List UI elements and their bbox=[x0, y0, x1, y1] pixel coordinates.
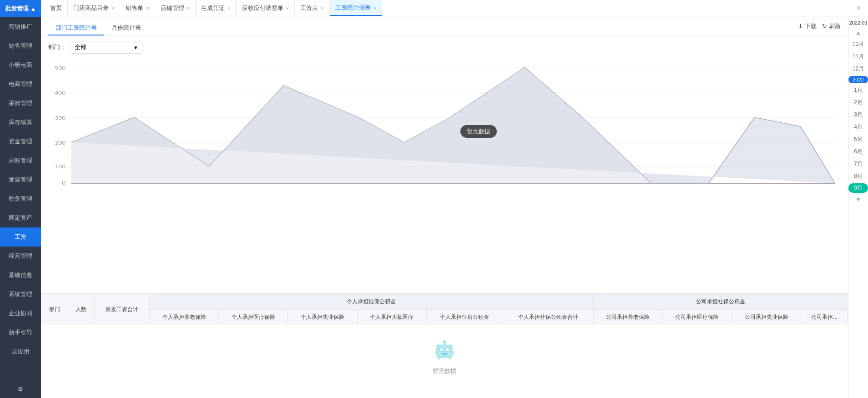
empty-robot-icon bbox=[429, 339, 460, 363]
tab-adjustment[interactable]: 应收应付调整单 × bbox=[237, 0, 295, 16]
th-personal-large-medical: 个人承担大额医疗 bbox=[357, 310, 426, 325]
timeline-may[interactable]: 5月 bbox=[848, 133, 868, 146]
tabs-bar: 首页 门店商品目录 × 销售单 × 店铺管理 × 生成凭证 × 应收应付调整单 … bbox=[41, 0, 868, 16]
sidebar: 批发管理 ▲ 营销推广 销售管理 小畅电商 电商管理 采购管理 库存核算 资金管… bbox=[0, 0, 41, 398]
tab-sales[interactable]: 销售单 × bbox=[120, 0, 155, 16]
tab-close-sales[interactable]: × bbox=[146, 5, 149, 11]
sidebar-item-sales[interactable]: 销售管理 bbox=[0, 36, 41, 55]
chart-container: 500 400 300 200 100 0 bbox=[41, 59, 848, 293]
svg-rect-14 bbox=[445, 348, 449, 351]
sidebar-settings[interactable]: ⚙ bbox=[0, 380, 41, 398]
svg-text:0: 0 bbox=[62, 180, 66, 186]
timeline-mar[interactable]: 3月 bbox=[848, 109, 868, 121]
sidebar-item-system[interactable]: 系统管理 bbox=[0, 285, 41, 304]
department-select[interactable]: 全部 ▾ bbox=[70, 41, 142, 54]
timeline-dec[interactable]: 12月 bbox=[848, 63, 868, 75]
department-select-value: 全部 bbox=[75, 43, 86, 51]
tab-payroll[interactable]: 工资表 × bbox=[295, 0, 329, 16]
timeline-jun[interactable]: 6月 bbox=[848, 146, 868, 158]
timeline-apr[interactable]: 4月 bbox=[848, 121, 868, 133]
sidebar-item-ecommerce-small[interactable]: 小畅电商 bbox=[0, 55, 41, 75]
page-body: 部门工资统计表 月份统计表 ⬇ 下载 ↻ 刷新 bbox=[41, 16, 848, 398]
tab-close-shop[interactable]: × bbox=[187, 5, 190, 11]
sidebar-item-purchase[interactable]: 采购管理 bbox=[0, 94, 41, 113]
tab-shop[interactable]: 店铺管理 × bbox=[155, 0, 196, 16]
main-area: 首页 门店商品目录 × 销售单 × 店铺管理 × 生成凭证 × 应收应付调整单 … bbox=[41, 0, 868, 398]
sidebar-item-ledger[interactable]: 总账管理 bbox=[0, 151, 41, 170]
timeline-feb[interactable]: 2月 bbox=[848, 96, 868, 109]
svg-text:100: 100 bbox=[55, 164, 66, 169]
sidebar-item-inventory[interactable]: 库存核算 bbox=[0, 113, 41, 132]
tab-close-payroll[interactable]: × bbox=[321, 5, 323, 11]
tab-payroll-report[interactable]: 工资统计报表 × bbox=[330, 0, 382, 16]
th-personal-medical: 个人承担医疗保险 bbox=[219, 310, 288, 325]
sidebar-item-assets[interactable]: 固定资产 bbox=[0, 208, 41, 227]
sidebar-item-payroll[interactable]: 工资 bbox=[0, 227, 41, 247]
th-personal-total: 个人承担社保公积金合计 bbox=[503, 310, 593, 325]
svg-text:500: 500 bbox=[55, 65, 66, 71]
sidebar-item-marketing[interactable]: 营销推广 bbox=[0, 17, 41, 36]
empty-text: 暂无数据 bbox=[433, 367, 456, 375]
settings-icon: ⚙ bbox=[18, 386, 23, 393]
filter-row: 部门： 全部 ▾ bbox=[41, 35, 848, 59]
sidebar-item-tax[interactable]: 税务管理 bbox=[0, 189, 41, 208]
tab-close-payroll-report[interactable]: × bbox=[373, 5, 376, 10]
svg-line-19 bbox=[452, 351, 454, 354]
th-personal-group: 个人承担社保公积金 bbox=[150, 294, 594, 310]
tab-store-catalog[interactable]: 门店商品目录 × bbox=[68, 0, 120, 16]
timeline-up-button[interactable]: ▲ bbox=[853, 27, 863, 38]
sidebar-item-cloud[interactable]: 云应用 bbox=[0, 342, 41, 361]
download-button[interactable]: ⬇ 下载 bbox=[798, 22, 817, 30]
tab-close-adjustment[interactable]: × bbox=[286, 5, 289, 11]
chart-tooltip: 暂无数据 bbox=[460, 125, 497, 138]
timeline-panel: 2022.09 ▲ 10月 11月 12月 2022 1月 2月 3月 bbox=[848, 16, 868, 398]
timeline-nov[interactable]: 11月 bbox=[848, 50, 868, 63]
sidebar-item-operations[interactable]: 经营管理 bbox=[0, 247, 41, 266]
sidebar-item-collaboration[interactable]: 企业协同 bbox=[0, 304, 41, 323]
tab-voucher[interactable]: 生成凭证 × bbox=[196, 0, 236, 16]
timeline-sep[interactable]: 9月 bbox=[848, 183, 868, 193]
table-section: 部门 人数 应发工资合计 个人承担社保公积金 公司承担社保公积金 个人承担养老保… bbox=[41, 293, 848, 398]
toolbar: ⬇ 下载 ↻ 刷新 bbox=[798, 22, 841, 34]
refresh-button[interactable]: ↻ 刷新 bbox=[822, 22, 841, 30]
sidebar-item-guide[interactable]: 新手引导 bbox=[0, 323, 41, 342]
content-area: 部门工资统计表 月份统计表 ⬇ 下载 ↻ 刷新 bbox=[41, 16, 868, 398]
sub-tab-monthly[interactable]: 月份统计表 bbox=[104, 21, 148, 35]
tab-home[interactable]: 首页 bbox=[45, 0, 68, 16]
timeline-aug[interactable]: 8月 bbox=[848, 170, 868, 182]
timeline-oct[interactable]: 10月 bbox=[848, 38, 868, 50]
svg-rect-13 bbox=[440, 348, 444, 351]
table-wrapper[interactable]: 部门 人数 应发工资合计 个人承担社保公积金 公司承担社保公积金 个人承担养老保… bbox=[41, 294, 848, 398]
tab-close-store-catalog[interactable]: × bbox=[111, 5, 114, 11]
timeline-jan[interactable]: 1月 bbox=[848, 84, 868, 96]
sidebar-item-ecommerce[interactable]: 电商管理 bbox=[0, 75, 41, 94]
svg-text:300: 300 bbox=[55, 115, 66, 121]
timeline-jul[interactable]: 7月 bbox=[848, 158, 868, 170]
refresh-icon: ↻ bbox=[822, 23, 827, 30]
sidebar-item-finance[interactable]: 资金管理 bbox=[0, 132, 41, 151]
timeline-down-button[interactable]: ▼ bbox=[853, 194, 863, 205]
sidebar-title: 批发管理 bbox=[5, 5, 29, 13]
th-personal-housing: 个人承担住房公积金 bbox=[426, 310, 503, 325]
th-total: 应发工资合计 bbox=[95, 294, 150, 325]
tab-close-voucher[interactable]: × bbox=[227, 5, 230, 11]
sidebar-header[interactable]: 批发管理 ▲ bbox=[0, 0, 41, 17]
svg-line-18 bbox=[434, 351, 437, 354]
sub-tabs-bar: 部门工资统计表 月份统计表 ⬇ 下载 ↻ 刷新 bbox=[41, 16, 848, 35]
sidebar-item-invoice[interactable]: 发票管理 bbox=[0, 170, 41, 189]
th-company-medical: 公司承担医疗保险 bbox=[662, 310, 732, 325]
th-company-pension: 公司承担养老保险 bbox=[593, 310, 662, 325]
svg-rect-15 bbox=[441, 353, 448, 355]
svg-rect-12 bbox=[437, 345, 452, 358]
area-chart: 500 400 300 200 100 0 bbox=[48, 63, 841, 190]
chevron-down-icon: ▾ bbox=[134, 44, 137, 51]
timeline-header: 2022.09 bbox=[848, 18, 868, 27]
timeline-year-2022[interactable]: 2022 bbox=[848, 76, 868, 83]
svg-text:200: 200 bbox=[55, 140, 66, 146]
close-all-tabs-button[interactable]: × bbox=[853, 4, 864, 12]
sidebar-expand-icon: ▲ bbox=[30, 5, 36, 12]
th-company-group: 公司承担社保公积金 bbox=[593, 294, 848, 310]
sidebar-item-basic-info[interactable]: 基础信息 bbox=[0, 266, 41, 285]
sub-tab-department[interactable]: 部门工资统计表 bbox=[48, 21, 104, 35]
filter-dept-label: 部门： bbox=[48, 43, 66, 51]
